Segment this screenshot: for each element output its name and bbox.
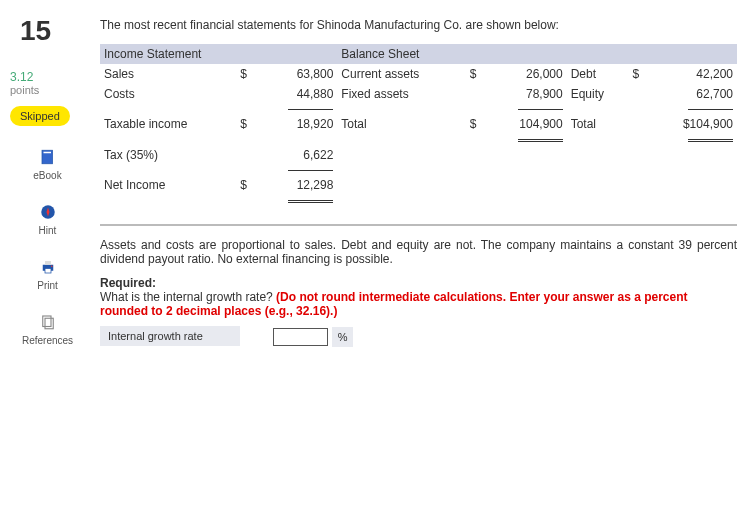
content-area: The most recent financial statements for… [85,10,737,347]
sales-label: Sales [100,64,236,84]
dollar-sign: $ [236,175,258,195]
nav-print[interactable]: Print [10,258,85,291]
dollar-sign: $ [466,64,488,84]
table-row: Net Income $ 12,298 [100,175,737,195]
taxable-label: Taxable income [100,114,236,134]
underline [288,109,333,111]
debt-label: Debt [567,64,629,84]
sales-value: 63,800 [258,64,337,84]
nav-label: Print [37,280,58,291]
underline [688,109,733,111]
intro-text: The most recent financial statements for… [100,18,737,32]
dollar-sign: $ [466,114,488,134]
nav-references[interactable]: References [10,313,85,346]
answer-label: Internal growth rate [100,326,240,346]
total-label: Total [337,114,465,134]
dollar-sign: $ [236,64,258,84]
question-number: 15 [10,10,85,52]
double-underline [688,139,733,142]
total-assets-value: 104,900 [488,114,567,134]
svg-rect-5 [45,261,51,265]
underline-row [100,165,737,175]
question-text: What is the internal growth rate? [100,290,276,304]
table-row: Sales $ 63,800 Current assets $ 26,000 D… [100,64,737,84]
svg-rect-1 [43,152,51,154]
nav-label: References [22,335,73,346]
table-header-row: Income Statement Balance Sheet [100,44,737,64]
fixed-assets-value: 78,900 [488,84,567,104]
net-label: Net Income [100,175,236,195]
underline-row [100,134,737,145]
svg-rect-9 [45,318,53,329]
table-row: Costs 44,880 Fixed assets 78,900 Equity … [100,84,737,104]
fixed-assets-label: Fixed assets [337,84,465,104]
skipped-badge: Skipped [10,106,70,126]
underline [518,109,563,111]
debt-value: 42,200 [650,64,737,84]
points-label: points [10,84,85,96]
table-row: Tax (35%) 6,622 [100,145,737,165]
nav-hint[interactable]: Hint [10,203,85,236]
svg-point-7 [51,266,53,268]
net-value: 12,298 [258,175,337,195]
balance-header: Balance Sheet [337,44,737,64]
total-right-label: Total [567,114,629,134]
nav-ebook[interactable]: eBook [10,148,85,181]
income-header: Income Statement [100,44,337,64]
answer-input[interactable] [273,328,328,346]
taxable-value: 18,920 [258,114,337,134]
compass-icon [39,203,57,221]
book-icon [39,148,57,166]
print-icon [39,258,57,276]
dollar-sign: $ [628,64,650,84]
table-row: Taxable income $ 18,920 Total $ 104,900 … [100,114,737,134]
svg-rect-6 [45,269,51,274]
nav-label: Hint [39,225,57,236]
nav-label: eBook [33,170,61,181]
answer-unit: % [332,327,354,347]
required-label: Required: [100,276,737,290]
points-value: 3.12 [10,70,85,84]
double-underline [518,139,563,142]
divider [100,224,737,226]
answer-row: Internal growth rate % [100,326,737,347]
references-icon [39,313,57,331]
underline-row [100,195,737,206]
dollar-sign: $ [236,114,258,134]
svg-rect-8 [42,316,50,327]
equity-label: Equity [567,84,629,104]
current-assets-label: Current assets [337,64,465,84]
costs-label: Costs [100,84,236,104]
current-assets-value: 26,000 [488,64,567,84]
underline-row [100,104,737,114]
financial-table: Income Statement Balance Sheet Sales $ 6… [100,44,737,206]
underline [288,170,333,172]
page-container: 15 3.12 points Skipped eBook Hint Print … [0,0,752,357]
required-question: What is the internal growth rate? (Do no… [100,290,737,318]
tax-label: Tax (35%) [100,145,236,165]
double-underline [288,200,333,203]
tax-value: 6,622 [258,145,337,165]
costs-value: 44,880 [258,84,337,104]
equity-value: 62,700 [650,84,737,104]
total-liab-value: $104,900 [650,114,737,134]
assumptions-text: Assets and costs are proportional to sal… [100,238,737,266]
left-sidebar: 15 3.12 points Skipped eBook Hint Print … [10,10,85,347]
